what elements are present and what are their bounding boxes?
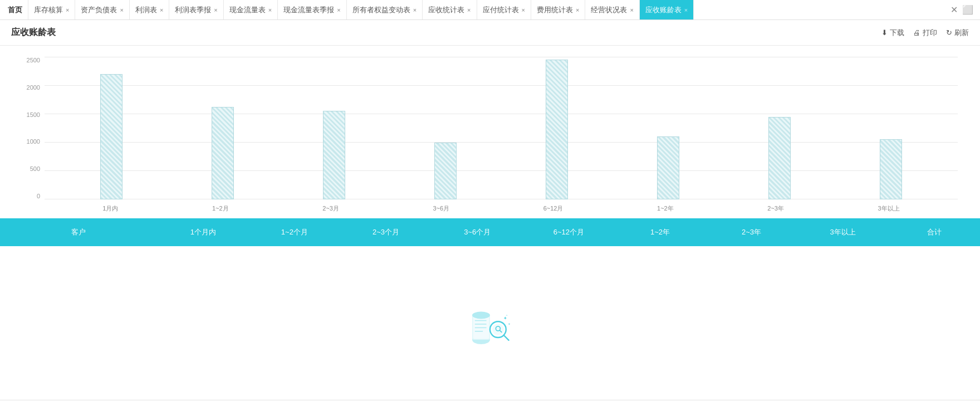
tab-item-expense-stats[interactable]: 费用统计表× [531, 0, 585, 20]
download-button[interactable]: ⬇ 下载 [881, 28, 904, 38]
table-header-cell-0: 客户 [0, 227, 158, 237]
bar-group [323, 111, 345, 199]
bar [768, 117, 791, 199]
bar-group [657, 136, 679, 199]
bar [212, 107, 234, 199]
tab-item-inventory[interactable]: 库存核算× [28, 0, 75, 20]
x-label: 3年以上 [878, 204, 899, 213]
tab-item-ar-stats[interactable]: 应收统计表× [423, 0, 477, 20]
tab-close-ar-aging[interactable]: × [684, 7, 688, 13]
bar-group [100, 74, 122, 199]
refresh-button[interactable]: ↻ 刷新 [946, 28, 969, 38]
refresh-icon: ↻ [946, 28, 952, 37]
bar-group [768, 117, 791, 199]
x-label: 1月内 [102, 204, 118, 213]
svg-point-7 [472, 311, 490, 319]
table-header-cell-7: 2~3年 [706, 227, 797, 237]
svg-text:✦: ✦ [508, 321, 511, 325]
tab-close-profit[interactable]: × [160, 7, 163, 13]
bar [434, 143, 457, 199]
tab-item-profit[interactable]: 利润表× [130, 0, 169, 20]
page-title: 应收账龄表 [11, 27, 56, 38]
table-header-cell-1: 1个月内 [158, 227, 249, 237]
svg-line-10 [504, 335, 509, 340]
tab-item-home[interactable]: 首页 [2, 0, 28, 20]
y-label: 500 [30, 165, 40, 172]
y-label: 1500 [27, 111, 40, 118]
tab-item-equity[interactable]: 所有者权益变动表× [347, 0, 423, 20]
table-header-cell-2: 1~2个月 [249, 227, 340, 237]
tab-close-cashflow[interactable]: × [268, 7, 272, 13]
x-label: 6~12月 [543, 204, 564, 213]
page-header: 应收账龄表 ⬇ 下载 🖨 打印 ↻ 刷新 [0, 20, 980, 46]
y-label: 2000 [27, 84, 40, 91]
tab-item-ap-stats[interactable]: 应付统计表× [477, 0, 531, 20]
table-header-cell-9: 合计 [889, 227, 980, 237]
table-header-cell-3: 2~3个月 [340, 227, 432, 237]
table-header-cell-8: 3年以上 [797, 227, 889, 237]
chart-area: 25002000150010005000 1月内1~2月2~3月3~6月6~12… [0, 46, 980, 218]
close-button[interactable]: ✕ [950, 4, 958, 15]
print-button[interactable]: 🖨 打印 [913, 28, 937, 38]
main-content: 25002000150010005000 1月内1~2月2~3月3~6月6~12… [0, 46, 980, 399]
svg-point-9 [492, 324, 504, 335]
x-label: 2~3年 [767, 204, 784, 213]
x-label: 2~3月 [322, 204, 339, 213]
tab-close-inventory[interactable]: × [66, 7, 69, 13]
tab-close-cashflow-quarterly[interactable]: × [337, 7, 340, 13]
table-header-cell-4: 3~6个月 [432, 227, 523, 237]
x-labels: 1月内1~2月2~3月3~6月6~12月1~2年2~3年3年以上 [45, 204, 958, 213]
bar-group [546, 60, 568, 199]
bar [546, 60, 568, 199]
chart-y-axis: 25002000150010005000 [22, 57, 45, 213]
x-label: 1~2月 [212, 204, 229, 213]
empty-state: ✦ ✦ ✦ [0, 246, 980, 399]
tab-close-operations[interactable]: × [630, 7, 633, 13]
tab-item-balance-sheet[interactable]: 资产负债表× [75, 0, 129, 20]
tab-close-profit-quarterly[interactable]: × [214, 7, 217, 13]
table-header: 客户1个月内1~2个月2~3个月3~6个月6~12个月1~2年2~3年3年以上合… [0, 218, 980, 246]
bar [880, 139, 902, 199]
tab-item-cashflow[interactable]: 现金流量表× [224, 0, 278, 20]
table-header-cell-5: 6~12个月 [523, 227, 614, 237]
bar-group [880, 139, 902, 199]
download-icon: ⬇ [881, 28, 888, 37]
tab-item-ar-aging[interactable]: 应收账龄表× [640, 0, 694, 20]
y-label: 2500 [27, 57, 40, 63]
window-controls: ✕ ⬜ [950, 4, 978, 15]
bar [657, 136, 679, 199]
tab-item-cashflow-quarterly[interactable]: 现金流量表季报× [278, 0, 346, 20]
bar-chart: 25002000150010005000 1月内1~2月2~3月3~6月6~12… [22, 57, 958, 213]
maximize-button[interactable]: ⬜ [962, 4, 973, 15]
tab-close-expense-stats[interactable]: × [576, 7, 579, 13]
tab-close-ar-stats[interactable]: × [467, 7, 471, 13]
tab-close-balance-sheet[interactable]: × [120, 7, 123, 13]
header-actions: ⬇ 下载 🖨 打印 ↻ 刷新 [881, 28, 969, 38]
bar-group [212, 107, 234, 199]
bar-group [434, 143, 457, 199]
tab-bar: 首页库存核算×资产负债表×利润表×利润表季报×现金流量表×现金流量表季报×所有者… [0, 0, 980, 20]
table-header-cell-6: 1~2年 [614, 227, 705, 237]
chart-body: 1月内1~2月2~3月3~6月6~12月1~2年2~3年3年以上 [45, 57, 958, 213]
x-label: 3~6月 [433, 204, 449, 213]
empty-illustration: ✦ ✦ ✦ [462, 306, 518, 351]
tab-close-ap-stats[interactable]: × [522, 7, 525, 13]
tab-item-profit-quarterly[interactable]: 利润表季报× [169, 0, 223, 20]
bars-container [45, 57, 958, 199]
print-icon: 🖨 [913, 28, 920, 37]
bar [323, 111, 345, 199]
svg-text:✦: ✦ [506, 314, 508, 316]
y-label: 0 [37, 193, 40, 199]
x-label: 1~2年 [657, 204, 674, 213]
tab-close-equity[interactable]: × [413, 7, 416, 13]
bar [100, 74, 122, 199]
tab-item-operations[interactable]: 经营状况表× [585, 0, 639, 20]
y-label: 1000 [27, 138, 40, 145]
